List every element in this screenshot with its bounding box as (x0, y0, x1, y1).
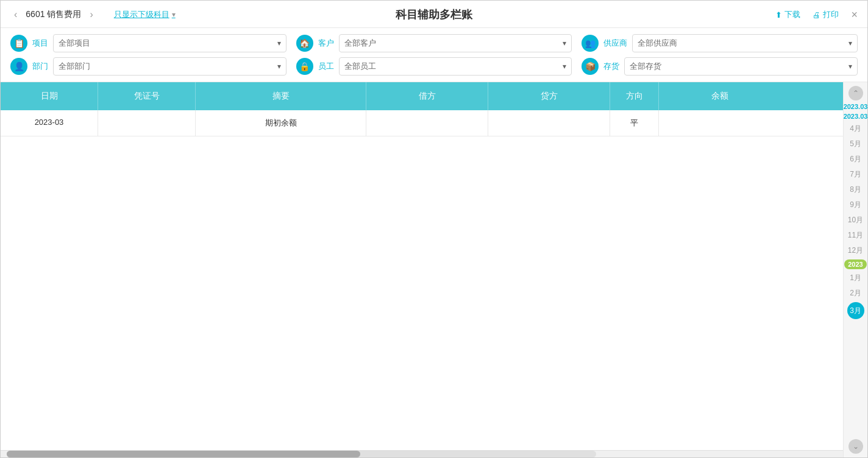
scroll-down-button[interactable]: ⌄ (848, 439, 863, 454)
period-item-1[interactable]: 2023.03 (844, 102, 867, 111)
col-direction: 方向 (610, 82, 659, 110)
filter-supplier-label: 供应商 (603, 38, 627, 49)
scroll-up-button[interactable]: ⌃ (848, 86, 863, 100)
print-label: 打印 (823, 9, 839, 20)
col-summary: 摘要 (196, 82, 366, 110)
print-icon: 🖨 (813, 10, 820, 19)
filter-customer: 🏠 客户 全部客户 ▾ (296, 34, 572, 52)
filter-project: 📋 项目 全部项目 ▾ (10, 34, 286, 52)
chevron-down-icon: ▾ (277, 39, 281, 48)
cell-direction: 平 (610, 110, 659, 136)
title-bar-left: ‹ 6601 销售费用 › 只显示下级科目 ▾ (10, 8, 176, 21)
col-date: 日期 (1, 82, 98, 110)
cell-voucher (98, 110, 196, 136)
filter-customer-label: 客户 (318, 38, 334, 49)
month-2[interactable]: 2月 (844, 286, 867, 301)
account-code: 6601 销售费用 (26, 9, 81, 20)
table-header: 日期 凭证号 摘要 借方 贷方 方向 余额 (1, 82, 843, 110)
filter-inventory-label: 存货 (603, 61, 619, 72)
prev-account-button[interactable]: ‹ (10, 8, 21, 21)
filter-supplier: 👥 供应商 全部供应商 ▾ (582, 34, 858, 52)
page-title: 科目辅助多栏账 (396, 7, 472, 22)
project-icon: 📋 (10, 35, 27, 52)
filter-project-label: 项目 (32, 38, 48, 49)
month-9[interactable]: 9月 (844, 197, 867, 213)
cell-credit (488, 110, 610, 136)
title-bar-right: ⬆ 下载 🖨 打印 × (775, 9, 858, 21)
filter-inventory: 📦 存货 全部存货 ▾ (582, 57, 858, 76)
month-11[interactable]: 11月 (844, 228, 867, 243)
department-value: 全部部门 (59, 61, 90, 72)
chevron-down-icon: ▾ (563, 39, 566, 48)
table-area: 日期 凭证号 摘要 借方 贷方 方向 余额 2023-03 期初余额 平 (1, 82, 843, 457)
month-5[interactable]: 5月 (844, 136, 867, 152)
supplier-value: 全部供应商 (638, 38, 677, 49)
title-bar: ‹ 6601 销售费用 › 只显示下级科目 ▾ 科目辅助多栏账 ⬆ 下载 🖨 打… (1, 1, 867, 28)
month-list: 2023.03 2023.03 4月 5月 6月 7月 8月 9月 10月 11… (844, 102, 867, 438)
month-1[interactable]: 1月 (844, 270, 867, 286)
cell-debit (366, 110, 488, 136)
month-12[interactable]: 12月 (844, 243, 867, 258)
customer-value: 全部客户 (344, 38, 376, 49)
main-window: ‹ 6601 销售费用 › 只显示下级科目 ▾ 科目辅助多栏账 ⬆ 下载 🖨 打… (0, 0, 868, 458)
filter-employee: 🔒 员工 全部员工 ▾ (296, 57, 572, 76)
show-sub-label: 只显示下级科目 (114, 9, 169, 20)
chevron-down-icon: ▾ (563, 62, 566, 71)
chevron-down-icon: ▾ (848, 62, 852, 71)
chevron-down-icon: ▾ (848, 39, 852, 48)
show-sub-checkbox-area[interactable]: 只显示下级科目 ▾ (114, 9, 176, 20)
print-button[interactable]: 🖨 打印 (813, 9, 839, 20)
supplier-select[interactable]: 全部供应商 ▾ (632, 34, 858, 52)
col-credit: 贷方 (488, 82, 610, 110)
month-navigator: ⌃ 2023.03 2023.03 4月 5月 6月 7月 8月 9月 10月 … (843, 82, 867, 457)
main-content: 日期 凭证号 摘要 借方 贷方 方向 余额 2023-03 期初余额 平 (1, 82, 867, 457)
year-badge: 2023 (844, 259, 866, 269)
filter-department-label: 部门 (32, 61, 48, 72)
month-3-active[interactable]: 3月 (847, 302, 864, 319)
bottom-scrollbar[interactable] (1, 450, 843, 457)
cell-summary: 期初余额 (196, 110, 366, 136)
download-label: 下载 (784, 9, 800, 20)
project-value: 全部项目 (59, 38, 90, 49)
month-6[interactable]: 6月 (844, 152, 867, 167)
filter-area: 📋 项目 全部项目 ▾ 🏠 客户 全部客户 ▾ 👥 供应商 全部供应商 ▾ (1, 28, 867, 82)
employee-select[interactable]: 全部员工 ▾ (339, 57, 572, 76)
chevron-down-icon: ▾ (172, 10, 176, 19)
download-icon: ⬆ (775, 10, 782, 19)
table-row: 2023-03 期初余额 平 (1, 110, 843, 136)
inventory-select[interactable]: 全部存货 ▾ (624, 57, 858, 76)
chevron-down-icon: ▾ (277, 62, 281, 71)
table-body: 2023-03 期初余额 平 (1, 110, 843, 450)
customer-select[interactable]: 全部客户 ▾ (339, 34, 572, 52)
period-item-2[interactable]: 2023.03 (844, 111, 867, 121)
inventory-value: 全部存货 (630, 61, 661, 72)
department-icon: 👤 (10, 58, 27, 75)
filter-employee-label: 员工 (318, 61, 334, 72)
customer-icon: 🏠 (296, 35, 313, 52)
cell-date: 2023-03 (1, 110, 98, 136)
next-account-button[interactable]: › (86, 8, 96, 21)
department-select[interactable]: 全部部门 ▾ (53, 57, 286, 76)
col-debit: 借方 (366, 82, 488, 110)
download-button[interactable]: ⬆ 下载 (775, 9, 800, 20)
bottom-scroll-thumb (7, 451, 360, 457)
col-balance: 余额 (659, 82, 781, 110)
supplier-icon: 👥 (582, 35, 599, 52)
inventory-icon: 📦 (582, 58, 599, 75)
col-voucher: 凭证号 (98, 82, 196, 110)
bottom-scroll-track (7, 451, 596, 457)
filter-department: 👤 部门 全部部门 ▾ (10, 57, 286, 76)
employee-icon: 🔒 (296, 58, 313, 75)
month-4[interactable]: 4月 (844, 121, 867, 136)
month-10[interactable]: 10月 (844, 213, 867, 228)
employee-value: 全部员工 (344, 61, 376, 72)
close-button[interactable]: × (851, 9, 858, 21)
month-8[interactable]: 8月 (844, 182, 867, 197)
month-7[interactable]: 7月 (844, 167, 867, 182)
project-select[interactable]: 全部项目 ▾ (53, 34, 286, 52)
cell-balance (659, 110, 781, 136)
